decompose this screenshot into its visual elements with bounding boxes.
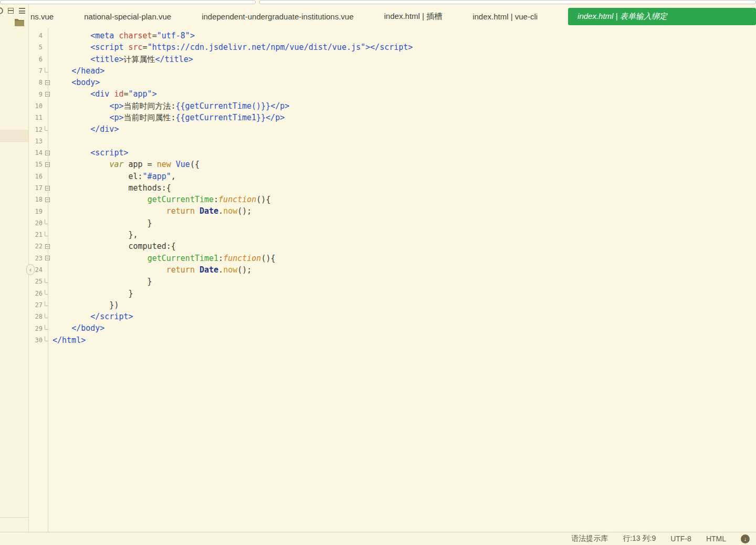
code-text: }) (52, 299, 119, 311)
code-line[interactable]: 13 (29, 135, 756, 147)
code-text: getCurrentTime:function(){ (52, 194, 270, 205)
code-line[interactable]: 26 } (29, 288, 756, 299)
line-number: 5 (29, 44, 43, 51)
language-mode-status[interactable]: HTML (706, 534, 726, 543)
line-number: 28 (29, 313, 43, 320)
code-line[interactable]: 9 <div id="app"> (29, 88, 756, 100)
code-line[interactable]: 18 getCurrentTime:function(){ (29, 194, 756, 205)
line-number: 10 (29, 102, 43, 110)
top-strip-bar-right (259, 0, 756, 4)
line-number: 15 (29, 161, 43, 168)
code-text: <script> (52, 147, 129, 159)
code-text: <body> (52, 77, 100, 88)
line-number: 19 (29, 208, 43, 215)
code-line[interactable]: 23 getCurrentTime1:function(){ (29, 253, 756, 264)
line-number: 9 (29, 91, 43, 98)
line-number: 22 (29, 243, 43, 250)
code-text: </script> (52, 311, 133, 322)
line-number: 6 (29, 56, 43, 63)
code-text: </div> (52, 123, 119, 135)
line-number: 29 (29, 325, 43, 332)
code-line[interactable]: 11 <p>当前时间属性:{{getCurrentTime1}}</p> (29, 112, 756, 123)
editor-tab-3[interactable]: index.html | 插槽 (384, 12, 443, 22)
sidebar-collapse-handle[interactable]: ‹ (26, 264, 35, 275)
tab-bar: ns.vuenational-special-plan.vueindepende… (29, 4, 756, 29)
clipped-circle-icon[interactable] (0, 7, 3, 14)
code-text: <p>当前时间属性:{{getCurrentTime1}}</p> (52, 112, 285, 123)
code-text: return Date.now(); (52, 205, 251, 217)
editor-tab-5[interactable]: index.html | 表单输入绑定 (568, 8, 756, 25)
sidebar-divider (0, 517, 28, 518)
line-number: 23 (29, 255, 43, 262)
menu-icon[interactable] (19, 8, 25, 14)
editor-tab-1[interactable]: national-special-plan.vue (84, 12, 171, 21)
code-text: var app = new Vue({ (52, 159, 200, 170)
editor-tab-4[interactable]: index.html | vue-cli (472, 12, 538, 21)
update-download-icon[interactable]: ↓ (741, 534, 750, 543)
code-text: getCurrentTime1:function(){ (52, 253, 275, 264)
code-text: </body> (52, 322, 104, 334)
line-number: 11 (29, 114, 43, 121)
panel-icon[interactable] (8, 8, 14, 14)
code-text: <meta charset="utf-8"> (52, 30, 195, 41)
code-line[interactable]: 7 </head> (29, 65, 756, 77)
line-number: 12 (29, 126, 43, 133)
cursor-position-status[interactable]: 行:13 列:9 (623, 534, 656, 543)
code-text: }, (52, 229, 138, 240)
sidebar-selected-row[interactable] (0, 130, 28, 142)
code-line[interactable]: 20 } (29, 217, 756, 229)
line-number: 16 (29, 173, 43, 180)
line-number: 30 (29, 337, 43, 344)
code-line[interactable]: 4 <meta charset="utf-8"> (29, 30, 756, 41)
code-line[interactable]: 24 return Date.now(); (29, 264, 756, 276)
code-line[interactable]: 15 var app = new Vue({ (29, 159, 756, 170)
code-line[interactable]: 30</html> (29, 334, 756, 346)
top-strip (0, 0, 756, 4)
encoding-status[interactable]: UTF-8 (670, 534, 691, 543)
code-line[interactable]: 22 computed:{ (29, 240, 756, 252)
code-line[interactable]: 10 <p>当前时间方法:{{getCurrentTime()}}</p> (29, 100, 756, 112)
line-number: 25 (29, 278, 43, 285)
code-line[interactable]: 25 } (29, 276, 756, 287)
line-number: 26 (29, 290, 43, 297)
code-text: } (52, 217, 152, 229)
syntax-library-status[interactable]: 语法提示库 (571, 534, 608, 543)
code-line[interactable]: 14 <script> (29, 147, 756, 159)
code-text: <title>计算属性</title> (52, 54, 193, 65)
code-line[interactable]: 27 }) (29, 299, 756, 311)
code-editor[interactable]: 4 <meta charset="utf-8">5 <script src="h… (29, 30, 756, 532)
status-bar: 语法提示库 行:13 列:9 UTF-8 HTML ↓ (0, 532, 756, 545)
line-number: 13 (29, 138, 43, 145)
line-number: 7 (29, 67, 43, 75)
top-strip-bar-left (0, 0, 256, 4)
line-number: 27 (29, 301, 43, 309)
line-number: 18 (29, 196, 43, 203)
code-text: } (52, 276, 152, 287)
code-line[interactable]: 5 <script src="https://cdn.jsdelivr.net/… (29, 41, 756, 53)
code-text: return Date.now(); (52, 264, 251, 276)
code-line[interactable]: 12 </div> (29, 123, 756, 135)
line-number: 17 (29, 184, 43, 192)
code-line[interactable]: 16 el:"#app", (29, 171, 756, 182)
code-text: <div id="app"> (52, 88, 157, 100)
code-line[interactable]: 21 }, (29, 229, 756, 240)
code-text: <p>当前时间方法:{{getCurrentTime()}}</p> (52, 100, 289, 112)
code-line[interactable]: 17 methods:{ (29, 182, 756, 194)
editor-tab-0[interactable]: ns.vue (30, 12, 54, 21)
code-line[interactable]: 8 <body> (29, 77, 756, 88)
line-number: 21 (29, 231, 43, 238)
code-line[interactable]: 28 </script> (29, 311, 756, 322)
code-line[interactable]: 19 return Date.now(); (29, 205, 756, 217)
code-text: <script src="https://cdn.jsdelivr.net/np… (52, 41, 413, 53)
code-text: </html> (52, 334, 86, 346)
line-number: 8 (29, 79, 43, 86)
code-text: computed:{ (52, 240, 176, 252)
gutter-separator-line (48, 29, 48, 532)
line-number: 4 (29, 32, 43, 39)
code-line[interactable]: 6 <title>计算属性</title> (29, 54, 756, 65)
code-line[interactable]: 29 </body> (29, 322, 756, 334)
editor-tab-2[interactable]: independent-undergraduate-institutions.v… (202, 12, 353, 21)
folder-icon[interactable] (14, 18, 25, 29)
sidebar (0, 4, 29, 532)
code-text: methods:{ (52, 182, 171, 194)
